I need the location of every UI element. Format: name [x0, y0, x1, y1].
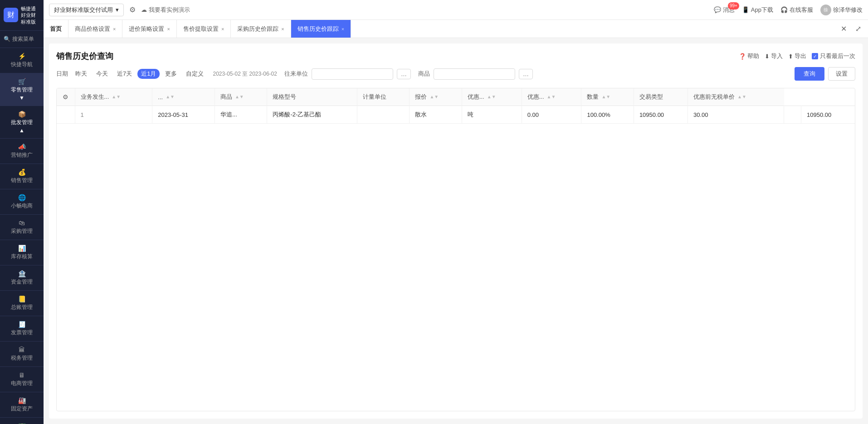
sidebar-item-ec-mgmt[interactable]: 🖥 电商管理	[0, 367, 44, 392]
export-btn[interactable]: ⬆ 导出	[788, 52, 806, 60]
sidebar-item-sales[interactable]: 💰 销售管理	[0, 164, 44, 189]
import-btn[interactable]: ⬇ 导入	[765, 52, 783, 60]
sort-icon-quantity: ▲▼	[601, 95, 610, 99]
finance-icon: 🏦	[18, 270, 26, 277]
th-pre-discount-price[interactable]: 优惠前无税单价 ▲▼	[688, 88, 784, 106]
main-content: 好业财标准版交付试用 ▾ ⚙ ☁ 我要看实例演示 💬 消息 99+ 📱 App下…	[44, 0, 868, 424]
sidebar-item-tax[interactable]: 🏛 税务管理	[0, 342, 44, 367]
table-body: 1 2023-05-31 华追... 丙烯酸-2-乙基己酯 散水 吨 0.00 …	[57, 106, 855, 124]
sidebar-item-fixed-assets[interactable]: 🏭 固定资产	[0, 392, 44, 418]
date-opt-7days[interactable]: 近7天	[113, 69, 136, 79]
version-selector[interactable]: 好业财标准版交付试用 ▾	[49, 4, 124, 16]
sidebar-item-finance[interactable]: 🏦 资金管理	[0, 265, 44, 291]
topbar-settings-btn[interactable]: ⚙	[127, 4, 137, 16]
logo-icon: 财	[4, 8, 18, 22]
purchase-icon: 🛍	[19, 219, 25, 226]
salary-icon: 💵	[18, 422, 26, 424]
tabs-bar: 首页 商品价格设置 × 进价策略设置 × 售价提取设置 × 采购历史价跟踪 × …	[44, 20, 868, 38]
demo-link[interactable]: ☁ 我要看实例演示	[141, 6, 190, 14]
sidebar-item-salary[interactable]: 💵 工资	[0, 418, 44, 424]
product-input[interactable]	[434, 68, 515, 80]
query-btn[interactable]: 查询	[795, 67, 824, 81]
column-settings-icon[interactable]: ⚙	[63, 93, 68, 101]
search-icon: 🔍	[4, 36, 10, 42]
product-filter-group: 商品 …	[418, 68, 533, 80]
sales-icon: 💰	[18, 169, 26, 176]
sidebar-item-wholesale[interactable]: 📦 批发管理 ▲	[0, 106, 44, 139]
th-spec: 规格型号	[267, 88, 357, 106]
sidebar: 财 畅捷通好业财 标准版 🔍 搜索菜单 ⚡ 快捷导航 🛒 零售管理 ▼ 📦 批发…	[0, 0, 44, 424]
sort-icon-discount2: ▲▼	[547, 95, 556, 99]
sidebar-item-ecommerce[interactable]: 🌐 小畅电商	[0, 189, 44, 215]
tab-close-window-btn[interactable]: ✕	[837, 23, 850, 35]
date-opt-yesterday[interactable]: 昨天	[72, 69, 91, 79]
only-last-checkbox-label[interactable]: ✓ 只看最后一次	[812, 52, 855, 60]
tab-price-extract-close[interactable]: ×	[221, 26, 224, 32]
tab-purchase-history-close[interactable]: ×	[281, 26, 284, 32]
sidebar-item-purchase[interactable]: 🛍 采购管理	[0, 215, 44, 240]
cell-business-date: 2023-05-31	[152, 106, 215, 124]
only-last-checkbox[interactable]: ✓	[812, 53, 818, 59]
source-unit-input[interactable]	[312, 68, 393, 80]
sidebar-item-quick-nav[interactable]: ⚡ 快捷导航	[0, 48, 44, 73]
headset-icon: 🎧	[780, 6, 788, 13]
th-discount2[interactable]: 优惠... ▲▼	[522, 88, 581, 106]
message-btn[interactable]: 💬 消息 99+	[714, 6, 735, 14]
cell-product: 丙烯酸-2-乙基己酯	[267, 106, 357, 124]
sort-icon-pre-discount-price: ▲▼	[737, 95, 746, 99]
date-filter-group: 日期 昨天 今天 近7天 近1月 更多 自定义 2023-05-02 至 202…	[56, 69, 277, 79]
th-price[interactable]: 报价 ▲▼	[410, 88, 462, 106]
product-ellipsis-btn[interactable]: …	[519, 69, 533, 79]
sidebar-item-inventory[interactable]: 📊 库存核算	[0, 240, 44, 265]
import-icon: ⬇	[765, 53, 770, 60]
page-actions: ❓ 帮助 ⬇ 导入 ⬆ 导出 ✓ 只看最后一次	[739, 52, 855, 60]
sort-icon-price: ▲▼	[429, 95, 439, 99]
quick-nav-icon: ⚡	[18, 53, 26, 60]
th-business-date-label: 业务发生...	[81, 93, 109, 101]
user-info[interactable]: 徐 徐泽华修改	[820, 5, 863, 15]
th-business-date[interactable]: 业务发生... ▲▼	[75, 88, 152, 106]
th-discount1[interactable]: 优惠... ▲▼	[462, 88, 522, 106]
sidebar-item-invoice[interactable]: 🧾 发票管理	[0, 316, 44, 342]
cell-trade-type	[784, 106, 801, 124]
cloud-icon: ☁	[141, 6, 147, 13]
cell-price: 0.00	[522, 106, 581, 124]
cell-spec	[357, 106, 410, 124]
th-product[interactable]: 商品 ▲▼	[215, 88, 267, 106]
invoice-icon: 🧾	[18, 321, 26, 328]
th-quantity[interactable]: 数量 ▲▼	[581, 88, 634, 106]
settings-filter-btn[interactable]: 设置	[828, 67, 855, 81]
th-trade-type: 交易类型	[634, 88, 688, 106]
sidebar-item-ledger[interactable]: 📒 总账管理	[0, 291, 44, 316]
date-opt-custom[interactable]: 自定义	[182, 69, 207, 79]
tab-purchase-history[interactable]: 采购历史价跟踪 ×	[231, 20, 291, 38]
source-unit-label: 往来单位	[284, 70, 308, 78]
sidebar-item-marketing[interactable]: 📣 营销推广	[0, 139, 44, 164]
source-unit-ellipsis-btn[interactable]: …	[397, 69, 411, 79]
tab-product-price-close[interactable]: ×	[113, 26, 116, 32]
page-title: 销售历史价查询	[56, 51, 113, 62]
tab-purchase-strategy-close[interactable]: ×	[167, 26, 170, 32]
top-bar-right: 💬 消息 99+ 📱 App下载 🎧 在线客服 徐 徐泽华修改	[714, 5, 863, 15]
help-btn[interactable]: ❓ 帮助	[739, 52, 759, 60]
sidebar-item-retail[interactable]: 🛒 零售管理 ▼	[0, 73, 44, 106]
app-download-btn[interactable]: 📱 App下载	[742, 6, 773, 14]
th-settings[interactable]: ⚙	[57, 88, 75, 106]
tab-sales-history[interactable]: 销售历史价跟踪 ×	[291, 20, 351, 38]
tab-home[interactable]: 首页	[44, 20, 68, 38]
table-row[interactable]: 1 2023-05-31 华追... 丙烯酸-2-乙基己酯 散水 吨 0.00 …	[57, 106, 855, 124]
sidebar-search[interactable]: 🔍 搜索菜单	[0, 31, 44, 48]
date-opt-more[interactable]: 更多	[161, 69, 180, 79]
tab-product-price[interactable]: 商品价格设置 ×	[68, 20, 122, 38]
tab-purchase-strategy[interactable]: 进价策略设置 ×	[122, 20, 176, 38]
date-opt-today[interactable]: 今天	[93, 69, 112, 79]
tab-expand-window-btn[interactable]: ⤢	[852, 23, 864, 35]
th-more1[interactable]: ... ▲▼	[152, 88, 215, 106]
online-service-btn[interactable]: 🎧 在线客服	[780, 6, 813, 14]
tab-price-extract[interactable]: 售价提取设置 ×	[177, 20, 231, 38]
date-opt-1month[interactable]: 近1月	[137, 69, 160, 79]
fixed-assets-icon: 🏭	[18, 397, 26, 404]
content-card: 销售历史价查询 ❓ 帮助 ⬇ 导入 ⬆ 导出 ✓	[49, 43, 863, 419]
cell-quantity: 30.00	[688, 106, 784, 124]
tab-sales-history-close[interactable]: ×	[341, 26, 344, 32]
